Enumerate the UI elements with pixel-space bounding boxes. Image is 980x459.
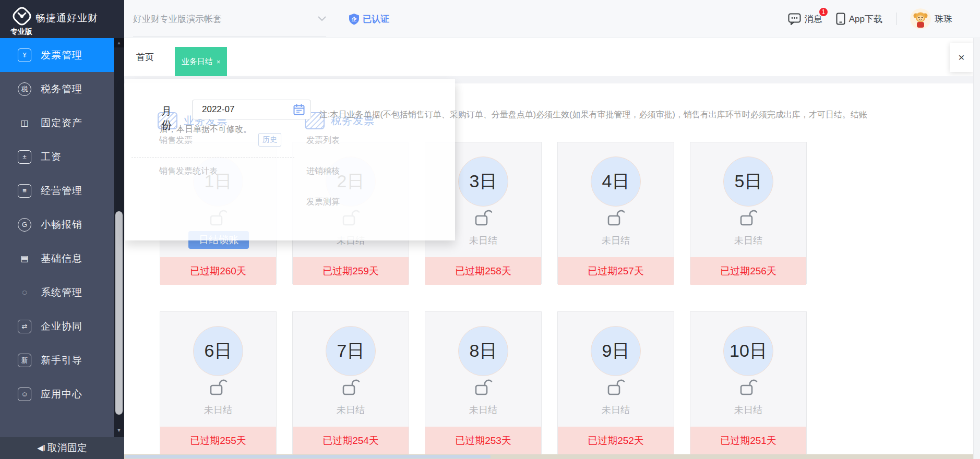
card-status: 未日结 — [160, 404, 276, 416]
collaboration-icon: ⇄ — [18, 320, 31, 333]
sidebar-item-label: 新手引导 — [41, 354, 82, 367]
tab-home[interactable]: 首页 — [136, 38, 154, 76]
history-tag-button[interactable]: 历史 — [258, 133, 281, 147]
app-window: 畅捷通好业财 专业版 ¥发票管理税税务管理◫固定资产±工资≡经营管理G小畅报销▤… — [0, 0, 980, 459]
unpin-sidebar-button[interactable]: ◀‖ 取消固定 — [0, 437, 124, 459]
day-card-6日[interactable]: 6日未日结已过期255天 — [160, 311, 277, 454]
header-divider — [896, 13, 897, 25]
card-status: 未日结 — [690, 234, 806, 247]
day-circle: 6日 — [193, 326, 243, 376]
avatar — [910, 8, 931, 29]
phone-icon — [836, 13, 845, 25]
unlock-icon — [606, 208, 627, 229]
sidebar-item-1[interactable]: ¥发票管理 — [0, 38, 114, 72]
day-card-10日[interactable]: 10日未日结已过期251天 — [690, 311, 807, 454]
card-status: 未日结 — [558, 404, 674, 416]
horizontal-scrollbar-thumb[interactable] — [125, 455, 491, 458]
sidebar-item-5[interactable]: ≡经营管理 — [0, 174, 114, 208]
chevron-down-icon — [318, 16, 326, 21]
flyout-item[interactable]: 销售发票统计表 — [159, 166, 218, 177]
day-card-8日[interactable]: 8日未日结已过期253天 — [425, 311, 542, 454]
expired-badge: 已过期257天 — [558, 257, 674, 285]
sidebar-item-label: 税务管理 — [41, 82, 82, 96]
flyout-item[interactable]: 发票测算 — [306, 197, 340, 208]
logo-title: 畅捷通好业财 — [35, 11, 98, 25]
day-circle: 8日 — [458, 326, 508, 376]
card-status: 未日结 — [293, 404, 409, 416]
verified-badge: 企 已认证 — [349, 0, 389, 38]
sidebar-item-label: 系统管理 — [41, 286, 82, 299]
sidebar-item-10[interactable]: 新新手引导 — [0, 343, 114, 377]
close-icon: × — [958, 51, 964, 64]
unlock-icon — [738, 208, 759, 229]
day-circle: 5日 — [723, 156, 773, 207]
day-card-4日[interactable]: 4日未日结已过期257天 — [557, 142, 674, 284]
expired-badge: 已过期254天 — [293, 427, 409, 454]
unpin-label: 取消固定 — [47, 441, 87, 455]
account-select[interactable]: 好业财专业版演示帐套 — [133, 0, 326, 38]
account-select-value: 好业财专业版演示帐套 — [133, 13, 222, 25]
sidebar-item-11[interactable]: ☺应用中心 — [0, 377, 114, 411]
card-status: 未日结 — [425, 404, 541, 416]
page-note-line2: 后，本日单据不可修改。 — [160, 124, 252, 135]
shield-icon: 企 — [349, 13, 360, 25]
user-menu[interactable]: 珠珠 — [910, 8, 952, 29]
expired-badge: 已过期259天 — [293, 257, 409, 285]
sidebar-item-2[interactable]: 税税务管理 — [0, 72, 114, 106]
sidebar-item-9[interactable]: ⇄企业协同 — [0, 309, 114, 343]
flyout-item[interactable]: 发票列表 — [306, 135, 340, 146]
logo-block: 畅捷通好业财 专业版 — [0, 0, 124, 38]
expired-badge: 已过期252天 — [558, 427, 674, 454]
day-card-5日[interactable]: 5日未日结已过期256天 — [690, 142, 807, 284]
basic-info-icon: ▤ — [18, 252, 31, 265]
operations-icon: ≡ — [18, 184, 31, 198]
sidebar-item-label: 发票管理 — [41, 49, 82, 62]
sidebar-item-4[interactable]: ±工资 — [0, 140, 114, 174]
sidebar-item-7[interactable]: ▤基础信息 — [0, 241, 114, 275]
app-center-icon: ☺ — [18, 388, 31, 401]
username: 珠珠 — [935, 13, 952, 25]
day-card-7日[interactable]: 7日未日结已过期254天 — [292, 311, 409, 454]
month-input[interactable]: 2022-07 — [192, 100, 311, 119]
horizontal-scrollbar[interactable] — [124, 454, 973, 459]
sidebar-item-label: 工资 — [41, 150, 62, 164]
expired-badge: 已过期256天 — [690, 257, 806, 285]
tab-bar: 首页 业务日结 × × — [124, 38, 973, 76]
reimburse-icon: G — [18, 218, 31, 232]
vertical-scrollbar[interactable] — [973, 38, 980, 459]
tab-close-icon[interactable]: × — [217, 58, 221, 66]
unlock-icon — [738, 378, 759, 398]
card-status: 未日结 — [558, 234, 674, 247]
tab-home-label: 首页 — [136, 51, 154, 63]
day-circle: 7日 — [326, 326, 376, 376]
unlock-icon — [606, 378, 627, 398]
flyout-item[interactable]: 销售发票 — [159, 135, 193, 146]
unlock-icon — [473, 208, 494, 229]
day-card-9日[interactable]: 9日未日结已过期252天 — [557, 311, 674, 454]
logo-subtitle: 专业版 — [10, 27, 32, 37]
sidebar-scrollbar[interactable]: ▲ ▼ — [114, 38, 124, 437]
scroll-up-icon[interactable]: ▲ — [114, 38, 124, 47]
unpin-icon: ◀‖ — [37, 443, 44, 453]
flyout-item[interactable]: 进销稽核 — [306, 166, 340, 177]
top-header: 好业财专业版演示帐套 企 已认证 消息 1 — [124, 0, 980, 38]
scroll-down-icon[interactable]: ▼ — [114, 426, 124, 434]
tab-business-daily-close[interactable]: 业务日结 × — [175, 47, 227, 76]
messages-badge: 1 — [818, 7, 829, 17]
sidebar: 畅捷通好业财 专业版 ¥发票管理税税务管理◫固定资产±工资≡经营管理G小畅报销▤… — [0, 0, 124, 459]
tax-icon: 税 — [18, 82, 31, 96]
close-tab-button[interactable]: × — [950, 43, 973, 72]
sidebar-item-8[interactable]: ◌系统管理 — [0, 275, 114, 309]
sidebar-item-label: 小畅报销 — [41, 218, 82, 232]
calendar-icon[interactable] — [293, 103, 305, 116]
month-input-value: 2022-07 — [202, 104, 293, 115]
sidebar-item-3[interactable]: ◫固定资产 — [0, 106, 114, 140]
flyout-divider — [132, 158, 294, 158]
day-circle: 10日 — [723, 326, 773, 376]
sidebar-item-label: 企业协同 — [41, 320, 82, 333]
chanjet-logo-icon — [11, 6, 32, 27]
app-download-button[interactable]: App下载 — [836, 13, 882, 25]
messages-button[interactable]: 消息 1 — [788, 13, 822, 25]
sidebar-scrollbar-thumb[interactable] — [115, 211, 123, 415]
sidebar-item-6[interactable]: G小畅报销 — [0, 208, 114, 241]
